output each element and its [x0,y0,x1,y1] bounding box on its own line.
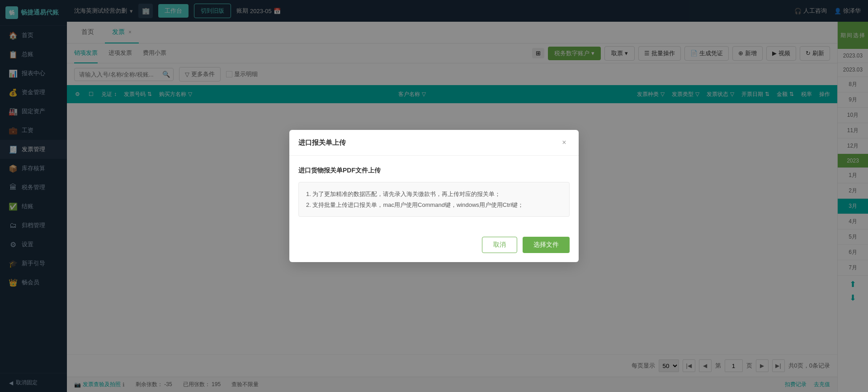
modal-instruction-2: 2. 支持批量上传进口报关单，mac用户使用Command键，windows用户… [306,200,562,210]
modal-close-btn[interactable]: × [559,137,570,148]
import-customs-modal: 进口报关单上传 × 进口货物报关单PDF文件上传 1. 为了更加精准的数据匹配，… [289,130,579,262]
modal-footer: 取消 选择文件 [289,237,579,262]
modal-overlay: 进口报关单上传 × 进口货物报关单PDF文件上传 1. 为了更加精准的数据匹配，… [0,0,868,392]
modal-body: 进口货物报关单PDF文件上传 1. 为了更加精准的数据匹配，请先录入海关缴款书，… [289,156,579,237]
modal-instruction-1: 1. 为了更加精准的数据匹配，请先录入海关缴款书，再上传对应的报关单； [306,189,562,199]
modal-cancel-btn[interactable]: 取消 [482,237,517,253]
modal-header: 进口报关单上传 × [289,130,579,156]
modal-info-box: 1. 为了更加精准的数据匹配，请先录入海关缴款书，再上传对应的报关单； 2. 支… [298,182,570,217]
modal-title: 进口报关单上传 [298,139,346,147]
modal-confirm-btn[interactable]: 选择文件 [523,237,570,253]
modal-section-title: 进口货物报关单PDF文件上传 [298,167,570,175]
